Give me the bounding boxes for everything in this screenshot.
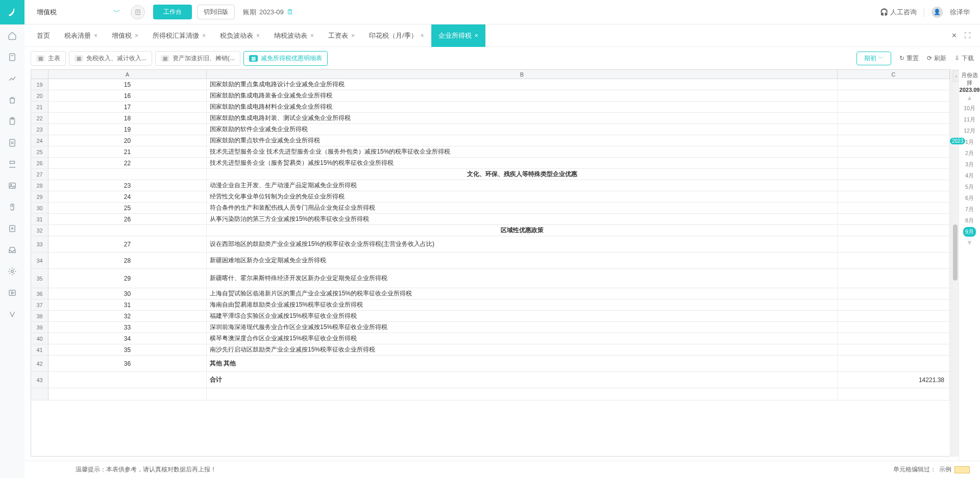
period-display[interactable]: 账期 2023-09 🗓 [243, 8, 293, 17]
calendar-icon: 🗓 [287, 8, 293, 16]
topbar: 增值税 ﹀ 工作台 切到旧版 账期 2023-09 🗓 🎧 人工咨询 👤 徐泽华 [0, 0, 980, 24]
module-title: 增值税 [37, 8, 57, 17]
tab-3[interactable]: 所得税汇算清缴× [145, 24, 213, 25]
tab-2[interactable]: 增值税× [105, 24, 145, 25]
tab-4[interactable]: 税负波动表× [213, 24, 267, 25]
chevron-down-icon: ﹀ [113, 8, 120, 17]
app-logo[interactable] [0, 0, 24, 24]
period-value: 2023-09 [259, 8, 284, 16]
tab-0[interactable]: 首页 [30, 24, 57, 25]
tab-8[interactable]: 企业所得税× [431, 24, 485, 25]
topbar-right: 🎧 人工咨询 👤 徐泽华 [880, 7, 980, 18]
user-avatar-icon[interactable]: 👤 [932, 7, 943, 18]
topbar-left: 增值税 ﹀ 工作台 切到旧版 账期 2023-09 🗓 [24, 5, 293, 19]
tab-1[interactable]: 税表清册× [57, 24, 105, 25]
divider [924, 8, 924, 17]
period-label: 账期 [243, 8, 256, 17]
user-name[interactable]: 徐泽华 [950, 8, 970, 17]
history-button[interactable] [131, 5, 145, 19]
tab-5[interactable]: 纳税波动表× [267, 24, 321, 25]
consult-link[interactable]: 🎧 人工咨询 [880, 8, 917, 17]
switch-old-button[interactable]: 切到旧版 [197, 5, 235, 19]
workbench-button[interactable]: 工作台 [153, 5, 192, 19]
tab-6[interactable]: 工资表× [321, 24, 362, 25]
module-dropdown[interactable]: 增值税 ﹀ [33, 8, 125, 17]
tab-7[interactable]: 印花税（月/季）× [362, 24, 431, 25]
